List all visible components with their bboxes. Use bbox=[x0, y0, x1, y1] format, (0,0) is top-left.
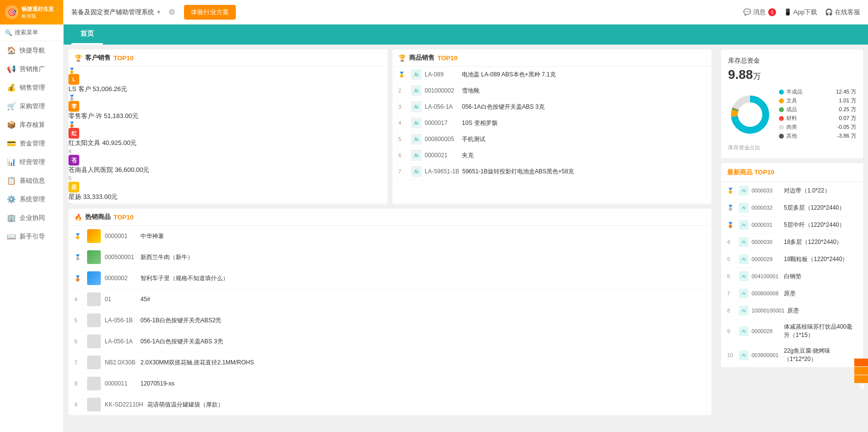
legend-item: 材料 0.07 万 bbox=[779, 115, 856, 122]
product-code: 000800008 bbox=[752, 290, 781, 296]
sidebar-item-6[interactable]: 📊经营管理 bbox=[0, 153, 63, 171]
app-download-link[interactable]: 📱 App下载 bbox=[784, 8, 817, 17]
legend-value: 0.25 万 bbox=[839, 106, 856, 113]
product-name: 2.0X30MM双搓花轴,搓花直径2.1MM/ROHS bbox=[140, 359, 706, 367]
sidebar-item-7[interactable]: 📋基础信息 bbox=[0, 171, 63, 190]
legend-label-text: 半成品 bbox=[786, 88, 802, 96]
float-button-0[interactable]: 客服热线 bbox=[854, 359, 868, 366]
product-name: 22g鱼豆腐·烧烤味（1*12*20） bbox=[784, 347, 857, 363]
customer-name: LS 客户 bbox=[69, 85, 91, 93]
sidebar-item-0[interactable]: 🏠快捷导航 bbox=[0, 41, 63, 60]
sidebar-item-4[interactable]: 📦库存核算 bbox=[0, 116, 63, 134]
nav-icon-5: 💳 bbox=[7, 139, 16, 148]
avatar: 苍 bbox=[69, 155, 79, 166]
product-thumbnail bbox=[87, 250, 101, 264]
product-icon: Ai bbox=[739, 350, 749, 360]
donut-chart bbox=[728, 93, 772, 137]
table-row: 🥈 零 零售客户·许 51,183.00元 bbox=[69, 94, 388, 120]
customer-amount: 33,333.00元 bbox=[83, 193, 118, 200]
sidebar-item-1[interactable]: 📢营销推广 bbox=[0, 60, 63, 78]
customer-sales-panel: 🏆 客户销售 TOP10 🥇 L LS 客户 53,006.26元🥈 零 零售客… bbox=[69, 49, 388, 204]
product-code: LA-056-1B bbox=[105, 317, 137, 324]
product-code: 000800005 bbox=[425, 136, 459, 143]
legend-dot bbox=[779, 125, 784, 130]
customer-name: 星扬 bbox=[69, 193, 81, 200]
float-buttons: 客服热线服务社区直播 bbox=[854, 359, 868, 383]
customer-name: 红太阳文具 bbox=[69, 139, 100, 146]
product-name: 手机测试 bbox=[462, 135, 706, 144]
product-name: 59651-1B旋转投影灯电池盒ABS黑色+58克 bbox=[462, 168, 706, 176]
nav-icon-3: 🛒 bbox=[7, 102, 16, 111]
dropdown-icon[interactable]: ▾ bbox=[157, 8, 160, 16]
rank-num: 9 bbox=[74, 402, 83, 408]
trophy-icon-2: 🏆 bbox=[398, 54, 406, 62]
sidebar-item-8[interactable]: ⚙️系统管理 bbox=[0, 190, 63, 209]
nav-icon-1: 📢 bbox=[7, 65, 16, 73]
sidebar-item-2[interactable]: 💰销售管理 bbox=[0, 78, 63, 97]
legend-label-text: 其他 bbox=[786, 132, 797, 140]
tab-bar: 首页 bbox=[64, 24, 868, 45]
float-button-2[interactable]: 直播 bbox=[854, 375, 868, 383]
headset-icon: 🎧 bbox=[825, 8, 833, 16]
sidebar-item-3[interactable]: 🛒采购管理 bbox=[0, 97, 63, 116]
table-row: 3 Ai LA-056-1A 056-1A白色按键开关盖ABS 3克 bbox=[392, 99, 711, 115]
rank-num: 9 bbox=[727, 328, 736, 334]
customer-amount: 36,600.00元 bbox=[115, 166, 150, 173]
product-name: 中华神薯 bbox=[140, 232, 706, 240]
online-service-link[interactable]: 🎧 在线客服 bbox=[825, 8, 860, 17]
legend-label-text: 文具 bbox=[786, 97, 797, 104]
legend-label-text: 肉类 bbox=[786, 123, 797, 131]
nav-icon-2: 💰 bbox=[7, 83, 16, 92]
table-row: 7 Ai LA-59651-1B 59651-1B旋转投影灯电池盒ABS黑色+5… bbox=[392, 164, 711, 180]
newest-header: 最新商品 TOP10 bbox=[721, 163, 863, 182]
search-menu[interactable]: 🔍 搜索菜单 bbox=[0, 24, 63, 41]
product-icon: Ai bbox=[411, 118, 422, 128]
hot-icon: 🔥 bbox=[74, 214, 82, 221]
sidebar-item-9[interactable]: 🏢企业协同 bbox=[0, 209, 63, 227]
table-row: 4 Ai 0000017 10S 变相罗骸 bbox=[392, 115, 711, 131]
rank-num: 5 bbox=[398, 136, 408, 142]
rank-num: 6 bbox=[69, 202, 71, 204]
settings-icon[interactable]: ⚙ bbox=[168, 7, 175, 17]
customer-name: 零售客户·许 bbox=[69, 112, 102, 120]
product-name: 花语萌值温分罐罐袋（厚款） bbox=[147, 401, 706, 409]
legend-area: 半成品 12.45 万 文具 1.01 万 成品 0.25 万 材料 0.07 … bbox=[779, 88, 856, 141]
product-code: KK-SD22110H bbox=[105, 401, 143, 408]
product-code: 0000032 bbox=[752, 205, 781, 211]
rank-num: 4 bbox=[74, 296, 83, 302]
list-item: 5 Ai 0000029 18颗粒板（1220*2440） bbox=[721, 251, 863, 268]
legend-item: 半成品 12.45 万 bbox=[779, 88, 856, 96]
newest-list: 🥇 Ai 0000033 对边带（1.0*22）🥈 Ai 0000032 5层多… bbox=[721, 182, 863, 367]
phone-icon: 📱 bbox=[784, 8, 792, 16]
trial-button[interactable]: 体验行业方案 bbox=[184, 5, 236, 20]
rank-num: 8 bbox=[74, 381, 83, 386]
nav-icon-8: ⚙️ bbox=[7, 195, 16, 204]
float-button-1[interactable]: 服务社区 bbox=[854, 367, 868, 375]
product-icon: Ai bbox=[411, 166, 422, 177]
legend-dot bbox=[779, 107, 784, 112]
message-badge: 6 bbox=[768, 8, 776, 16]
list-item: 8 0000011 12070519-xs bbox=[69, 373, 711, 394]
message-area[interactable]: 💬 消息 6 bbox=[743, 8, 776, 17]
sidebar-item-10[interactable]: 📖新手引导 bbox=[0, 227, 63, 246]
product-code: 003800001 bbox=[752, 352, 781, 358]
rank-num: 8 bbox=[727, 308, 736, 313]
product-code: LA-056-1A bbox=[105, 338, 137, 345]
message-icon: 💬 bbox=[743, 8, 751, 16]
product-name: 白钢垫 bbox=[784, 272, 857, 281]
product-name: 原垄 bbox=[784, 289, 857, 298]
product-thumbnail bbox=[87, 229, 101, 243]
product-code: LA-59651-1B bbox=[425, 168, 459, 175]
tab-home[interactable]: 首页 bbox=[71, 24, 103, 45]
product-name: 056-1A白色按键开关盖ABS 3壳 bbox=[140, 337, 706, 346]
product-icon: Ai bbox=[411, 85, 422, 96]
sidebar-item-5[interactable]: 💳资金管理 bbox=[0, 134, 63, 153]
rank-num: 7 bbox=[727, 290, 736, 296]
legend-label-text: 成品 bbox=[786, 106, 797, 113]
legend-item: 成品 0.25 万 bbox=[779, 106, 856, 113]
rank-num: 6 bbox=[727, 273, 736, 279]
product-code: 01 bbox=[105, 296, 137, 303]
chart-footnote: 库存资金占比 bbox=[728, 144, 856, 151]
customer-amount: 53,006.26元 bbox=[92, 85, 127, 93]
product-icon: Ai bbox=[739, 326, 749, 336]
